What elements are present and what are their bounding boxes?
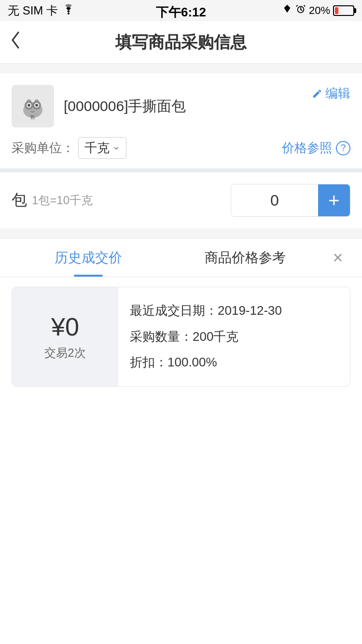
unit-select[interactable]: 千克 <box>78 137 126 159</box>
product-name: [0000006]手撕面包 <box>64 97 186 116</box>
wifi-icon <box>62 4 75 17</box>
product-left: 数 [0000006]手撕面包 <box>12 85 186 127</box>
price-card: ¥0 交易2次 最近成交日期：2019-12-30 采购数量：200千克 折扣：… <box>12 287 350 387</box>
unit-sub-label: 1包=10千克 <box>32 193 93 208</box>
quantity-row: 包 1包=10千克 + <box>0 172 362 228</box>
page-title: 填写商品采购信息 <box>115 31 247 54</box>
quantity-plus-button[interactable]: + <box>318 184 350 216</box>
product-card: 数 [0000006]手撕面包 编辑 采购单位： 千克 价格参照 <box>0 73 362 168</box>
tab-price-ref-label: 商品价格参考 <box>205 249 286 267</box>
quantity-control: + <box>231 184 350 217</box>
location-icon <box>282 4 292 17</box>
price-card-right: 最近成交日期：2019-12-30 采购数量：200千克 折扣：100.00% <box>118 287 350 386</box>
product-meta: 采购单位： 千克 价格参照 ? <box>12 137 350 159</box>
price-card-container: ¥0 交易2次 最近成交日期：2019-12-30 采购数量：200千克 折扣：… <box>0 277 362 396</box>
price-value: 0 <box>65 313 79 341</box>
price-ref-button[interactable]: 价格参照 ? <box>282 140 350 156</box>
unit-label: 采购单位： 千克 <box>12 137 126 159</box>
svg-point-8 <box>35 104 38 107</box>
price-discount-row: 折扣：100.00% <box>130 352 338 373</box>
product-thumbnail: 数 <box>12 85 54 127</box>
edit-button[interactable]: 编辑 <box>312 85 350 102</box>
back-button[interactable] <box>10 30 21 54</box>
product-header: 数 [0000006]手撕面包 编辑 <box>12 85 350 127</box>
unit-box-label: 包 <box>12 190 27 211</box>
alarm-icon <box>295 4 306 17</box>
section-divider <box>0 168 362 172</box>
battery-fill <box>335 7 338 14</box>
tabs-header: 历史成交价 商品价格参考 × <box>0 238 362 277</box>
price-trades: 交易2次 <box>44 345 85 361</box>
price-amount: ¥0 <box>51 312 79 341</box>
carrier-text: 无 SIM 卡 <box>8 3 58 18</box>
svg-text:数: 数 <box>30 114 35 120</box>
status-left: 无 SIM 卡 <box>8 3 75 18</box>
tab-history-label: 历史成交价 <box>55 249 122 267</box>
product-logo: 数 <box>18 92 47 121</box>
bottom-area <box>0 396 362 644</box>
svg-point-0 <box>68 13 70 14</box>
status-right: 20% <box>282 4 354 17</box>
battery-percent: 20% <box>309 4 330 17</box>
status-time: 下午6:12 <box>156 4 206 21</box>
price-card-left: ¥0 交易2次 <box>12 287 118 386</box>
price-date-row: 最近成交日期：2019-12-30 <box>130 301 338 321</box>
quantity-input[interactable] <box>231 184 318 216</box>
price-qty-row: 采购数量：200千克 <box>130 327 338 347</box>
tab-history-price[interactable]: 历史成交价 <box>10 238 167 277</box>
price-currency: ¥ <box>51 313 65 341</box>
battery-icon <box>333 5 354 16</box>
help-icon: ? <box>336 141 350 155</box>
tabs-container: 历史成交价 商品价格参考 × ¥0 交易2次 最近成交日期：2019-12-30 <box>0 238 362 396</box>
quantity-unit: 包 1包=10千克 <box>12 190 93 211</box>
tabs-close-button[interactable]: × <box>323 248 352 268</box>
svg-point-7 <box>28 104 30 107</box>
tab-price-ref[interactable]: 商品价格参考 <box>167 238 323 277</box>
nav-bar: 填写商品采购信息 <box>0 21 362 64</box>
status-bar: 无 SIM 卡 下午6:12 20% <box>0 0 362 21</box>
tab-active-indicator <box>74 275 103 277</box>
